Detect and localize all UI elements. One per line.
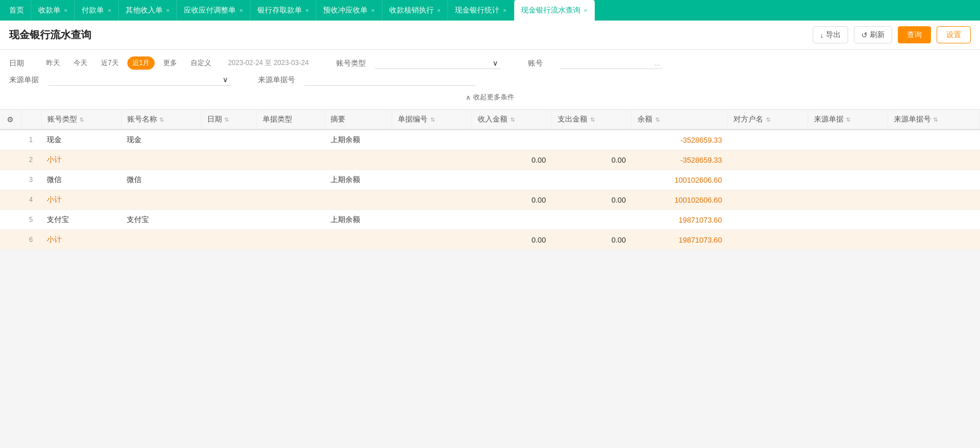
date-btn-近1月[interactable]: 近1月 xyxy=(127,56,155,70)
row-balance: -3528659.33 xyxy=(632,130,728,150)
col-header-doc_no[interactable]: 单据编号 ⇅ xyxy=(392,110,471,130)
row-balance: 100102606.60 xyxy=(632,190,728,210)
table-row: 3微信微信上期余额100102606.60 xyxy=(0,170,980,190)
table-row: 5支付宝支付宝上期余额19871073.60 xyxy=(0,210,980,230)
row-date xyxy=(201,170,257,190)
row-income xyxy=(471,170,551,190)
row-date xyxy=(201,230,257,250)
source-doc-chevron-icon: ∨ xyxy=(223,75,228,84)
row-expense: 0.00 xyxy=(552,150,632,170)
export-button[interactable]: ↓ 导出 xyxy=(813,26,849,43)
close-tab-receipt-icon[interactable]: × xyxy=(64,7,67,14)
source-doc-label: 来源单据 xyxy=(9,75,39,85)
sort-icon-date: ⇅ xyxy=(223,116,229,123)
row-income: 0.00 xyxy=(471,190,551,210)
date-btn-近7天[interactable]: 近7天 xyxy=(96,56,124,70)
account-ellipsis-icon[interactable]: ... xyxy=(654,59,660,67)
table-row: 4小计0.000.00100102606.60 xyxy=(0,190,980,210)
nav-tab-prepaid-clear[interactable]: 预收冲应收单× xyxy=(316,0,382,21)
row-source-doc-no xyxy=(888,210,979,230)
col-header-date[interactable]: 日期 ⇅ xyxy=(201,110,257,130)
row-seq: 5 xyxy=(21,210,41,230)
row-summary: 上期余额 xyxy=(325,170,392,190)
row-seq: 4 xyxy=(21,190,41,210)
date-btn-自定义[interactable]: 自定义 xyxy=(185,56,216,70)
row-source-doc-no xyxy=(888,230,979,250)
col-seq xyxy=(21,110,41,130)
table-row: 2小计0.000.00-3528659.33 xyxy=(0,150,980,170)
table-header-row: ⚙账号类型 ⇅账号名称 ⇅日期 ⇅单据类型摘要单据编号 ⇅收入金额 ⇅支出金额 … xyxy=(0,110,980,130)
source-doc-no-input[interactable] xyxy=(304,74,475,86)
row-account-name: 支付宝 xyxy=(121,210,201,230)
collapse-bar[interactable]: ∧ 收起更多条件 xyxy=(9,90,971,104)
data-table: ⚙账号类型 ⇅账号名称 ⇅日期 ⇅单据类型摘要单据编号 ⇅收入金额 ⇅支出金额 … xyxy=(0,110,980,250)
col-header-account_name[interactable]: 账号名称 ⇅ xyxy=(121,110,201,130)
sort-icon-source_doc_no: ⇅ xyxy=(932,116,938,123)
close-tab-prepaid-clear-icon[interactable]: × xyxy=(371,7,374,14)
col-header-source_doc_no[interactable]: 来源单据号 ⇅ xyxy=(888,110,979,130)
col-header-expense[interactable]: 支出金额 ⇅ xyxy=(552,110,632,130)
row-doc-type xyxy=(257,150,325,170)
date-label: 日期 xyxy=(9,58,32,68)
header-actions: ↓ 导出 ↺ 刷新 查询 设置 xyxy=(813,26,971,43)
close-tab-ar-ap-adjust-icon[interactable]: × xyxy=(239,7,243,14)
date-btn-今天[interactable]: 今天 xyxy=(68,56,92,70)
row-date xyxy=(201,130,257,150)
row-summary: 上期余额 xyxy=(325,130,392,150)
col-header-counterpart[interactable]: 对方户名 ⇅ xyxy=(728,110,808,130)
row-summary xyxy=(325,190,392,210)
sort-icon-source_doc: ⇅ xyxy=(845,116,851,123)
col-header-income[interactable]: 收入金额 ⇅ xyxy=(471,110,551,130)
sort-icon-doc_no: ⇅ xyxy=(429,116,435,123)
date-btn-昨天[interactable]: 昨天 xyxy=(41,56,65,70)
col-header-source_doc[interactable]: 来源单据 ⇅ xyxy=(808,110,888,130)
col-header-account_type[interactable]: 账号类型 ⇅ xyxy=(41,110,121,130)
nav-tab-cash-bank-query[interactable]: 现金银行流水查询× xyxy=(514,0,595,21)
close-tab-other-income-icon[interactable]: × xyxy=(166,7,170,14)
row-summary xyxy=(325,150,392,170)
nav-tab-ar-ap-adjust[interactable]: 应收应付调整单× xyxy=(177,0,250,21)
date-btn-更多[interactable]: 更多 xyxy=(158,56,182,70)
row-account-name xyxy=(121,230,201,250)
top-nav: 首页收款单×付款单×其他收入单×应收应付调整单×银行存取款单×预收冲应收单×收款… xyxy=(0,0,980,21)
refresh-icon: ↺ xyxy=(861,31,868,39)
close-tab-cash-bank-query-icon[interactable]: × xyxy=(584,7,587,14)
source-doc-select[interactable]: ∨ xyxy=(48,74,231,86)
page-title: 现金银行流水查询 xyxy=(9,28,91,42)
col-header-balance[interactable]: 余额 ⇅ xyxy=(632,110,728,130)
nav-tab-receipt[interactable]: 收款单× xyxy=(31,0,75,21)
close-tab-receipt-verify-icon[interactable]: × xyxy=(437,7,441,14)
close-tab-payment-icon[interactable]: × xyxy=(107,7,111,14)
account-type-select[interactable]: ∨ xyxy=(375,58,501,69)
row-account-name: 现金 xyxy=(121,130,201,150)
row-seq: 6 xyxy=(21,230,41,250)
nav-tab-bank-deposit[interactable]: 银行存取款单× xyxy=(251,0,316,21)
row-doc-no xyxy=(392,170,471,190)
row-settings-cell xyxy=(0,150,21,170)
nav-tab-payment[interactable]: 付款单× xyxy=(75,0,118,21)
nav-tab-cash-bank-stat[interactable]: 现金银行统计× xyxy=(448,0,514,21)
settings-button[interactable]: 设置 xyxy=(937,26,971,43)
row-seq: 2 xyxy=(21,150,41,170)
sort-icon-expense: ⇅ xyxy=(588,116,595,123)
row-counterpart xyxy=(728,150,808,170)
row-income: 0.00 xyxy=(471,230,551,250)
account-type-chevron-icon: ∨ xyxy=(493,59,498,67)
query-button[interactable]: 查询 xyxy=(898,26,931,43)
refresh-button[interactable]: ↺ 刷新 xyxy=(854,26,892,43)
row-doc-no xyxy=(392,230,471,250)
nav-tab-home[interactable]: 首页 xyxy=(2,0,31,21)
account-type-label: 账号类型 xyxy=(336,58,366,68)
row-income: 0.00 xyxy=(471,150,551,170)
gear-icon[interactable]: ⚙ xyxy=(7,115,14,124)
nav-tab-other-income[interactable]: 其他收入单× xyxy=(119,0,177,21)
sort-icon-account_name: ⇅ xyxy=(158,116,164,123)
row-balance: -3528659.33 xyxy=(632,150,728,170)
close-tab-cash-bank-stat-icon[interactable]: × xyxy=(503,7,506,14)
nav-tab-receipt-verify[interactable]: 收款核销执行× xyxy=(382,0,448,21)
col-settings[interactable]: ⚙ xyxy=(0,110,21,130)
close-tab-bank-deposit-icon[interactable]: × xyxy=(305,7,309,14)
page-header: 现金银行流水查询 ↓ 导出 ↺ 刷新 查询 设置 xyxy=(0,21,980,50)
row-doc-type xyxy=(257,170,325,190)
row-source-doc xyxy=(808,210,888,230)
